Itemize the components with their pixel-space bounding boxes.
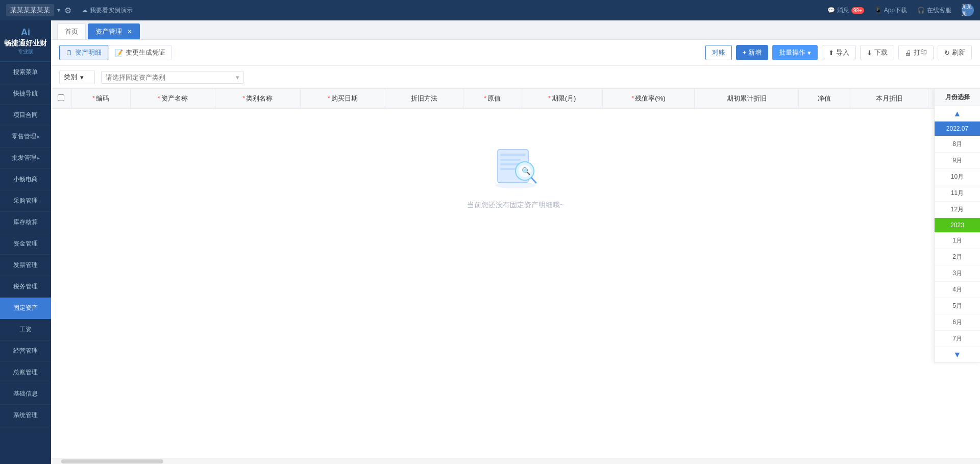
month-item-1[interactable]: 9月 (935, 153, 980, 169)
filter-row: 类别 ▾ ▾ (51, 66, 980, 89)
empty-state: 🔍 当前您还没有固定资产明细哦~ (51, 109, 980, 240)
add-button[interactable]: + 新增 (736, 45, 768, 60)
month-item-0[interactable]: 8月 (935, 136, 980, 153)
tab-asset-management[interactable]: 资产管理 ✕ (88, 23, 140, 39)
month-current[interactable]: 2022.07 (935, 121, 980, 136)
input-dropdown-icon[interactable]: ▾ (232, 71, 243, 83)
online-service-tool[interactable]: 🎧 在线客服 (917, 6, 951, 15)
sidebar-item-10[interactable]: 税务管理 (0, 276, 51, 298)
app-download-tool[interactable]: 📱 App下载 (874, 6, 907, 15)
sidebar-item-3[interactable]: 零售管理▸ (0, 126, 51, 148)
sidebar-item-14[interactable]: 总账管理 (0, 362, 51, 383)
sidebar-item-9[interactable]: 发票管理 (0, 255, 51, 276)
month-item-12[interactable]: 7月 (935, 331, 980, 347)
message-badge: 99+ (851, 7, 864, 14)
sidebar-item-label: 基础信息 (13, 389, 38, 398)
tab-home[interactable]: 首页 (57, 23, 86, 39)
main-table-area: *编码 *资产名称 *类别名称 *购买日期 折旧方法 *原值 *期限(月) *残… (51, 89, 980, 464)
download-icon: ⬇ (867, 49, 872, 57)
svg-rect-2 (500, 154, 526, 156)
month-item-9[interactable]: 4月 (935, 282, 980, 298)
category-input-group[interactable]: ▾ (101, 71, 244, 84)
bottom-scrollbar[interactable] (51, 458, 980, 464)
company-dropdown-icon[interactable]: ▾ (57, 7, 60, 14)
import-icon: ⬆ (828, 49, 834, 57)
month-item-4[interactable]: 12月 (935, 202, 980, 218)
refresh-button[interactable]: ↻ 刷新 (938, 45, 972, 60)
sub-tabs: 🗒 资产明细 📝 变更生成凭证 (59, 45, 172, 60)
sidebar-items-container: 搜索菜单快捷导航项目合同零售管理▸批发管理▸小畅电商采购管理库存核算资金管理发票… (0, 62, 51, 426)
empty-text: 当前您还没有固定资产明细哦~ (467, 201, 564, 210)
col-original-value: *原值 (463, 89, 522, 109)
import-button[interactable]: ⬆ 导入 (822, 45, 856, 60)
sidebar-item-13[interactable]: 经营管理 (0, 340, 51, 362)
category-filter[interactable]: 类别 ▾ (59, 70, 95, 84)
sidebar-item-label: 快捷导航 (13, 89, 38, 98)
scroll-thumb[interactable] (61, 459, 163, 463)
month-panel: 月份选择 ▲ 2022.07 8月9月10月11月12月20231月2月3月4月… (934, 89, 980, 363)
demo-link[interactable]: ☁ 我要看实例演示 (82, 6, 133, 15)
svg-line-9 (531, 178, 536, 183)
sidebar-arrow-icon: ▸ (37, 134, 40, 139)
sidebar-item-11[interactable]: 固定资产 (0, 298, 51, 319)
tab-close-icon[interactable]: ✕ (127, 28, 132, 35)
select-all-checkbox[interactable] (58, 94, 64, 101)
sidebar-item-15[interactable]: 基础信息 (0, 383, 51, 405)
month-item-8[interactable]: 3月 (935, 265, 980, 282)
month-item-11[interactable]: 6月 (935, 314, 980, 331)
sidebar-item-label: 库存核算 (13, 218, 38, 227)
sidebar-item-1[interactable]: 快捷导航 (0, 83, 51, 105)
message-icon: 💬 (827, 7, 835, 14)
empty-illustration: 🔍 (485, 139, 546, 190)
sidebar-item-7[interactable]: 库存核算 (0, 212, 51, 233)
sidebar-item-2[interactable]: 项目合同 (0, 105, 51, 126)
sidebar-item-label: 经营管理 (13, 347, 38, 355)
main-layout: Ai 畅捷通好业财 专业版 搜索菜单快捷导航项目合同零售管理▸批发管理▸小畅电商… (0, 20, 980, 464)
col-period: *期限(月) (522, 89, 602, 109)
batch-button[interactable]: 批量操作 ▾ (772, 45, 818, 60)
content-area: 首页 资产管理 ✕ 🗒 资产明细 📝 变更生成凭证 (51, 20, 980, 464)
month-item-3[interactable]: 11月 (935, 185, 980, 202)
month-up-arrow[interactable]: ▲ (935, 106, 980, 121)
col-purchase-date: *购买日期 (300, 89, 385, 109)
user-avatar[interactable]: 某某某 (962, 4, 974, 16)
sidebar-item-label: 批发管理 (12, 154, 36, 162)
month-item-2[interactable]: 10月 (935, 169, 980, 185)
col-checkbox (51, 89, 71, 109)
sidebar-item-16[interactable]: 系统管理 (0, 405, 51, 426)
svg-rect-3 (500, 159, 521, 161)
sub-tab-change-voucher[interactable]: 📝 变更生成凭证 (108, 45, 172, 60)
month-item-10[interactable]: 5月 (935, 298, 980, 314)
page-content: 🗒 资产明细 📝 变更生成凭证 对账 + 新增 批量操作 ▾ (51, 40, 980, 464)
sidebar-item-4[interactable]: 批发管理▸ (0, 148, 51, 169)
sidebar-item-8[interactable]: 资金管理 (0, 233, 51, 255)
print-button[interactable]: 🖨 打印 (898, 45, 934, 60)
sidebar-item-6[interactable]: 采购管理 (0, 190, 51, 212)
sidebar-item-0[interactable]: 搜索菜单 (0, 62, 51, 83)
download-button[interactable]: ⬇ 下载 (860, 45, 894, 60)
sidebar-item-5[interactable]: 小畅电商 (0, 169, 51, 190)
month-item-6[interactable]: 1月 (935, 233, 980, 249)
company-name[interactable]: 某某某某某某 (6, 4, 54, 16)
sidebar-item-label: 发票管理 (13, 261, 38, 270)
table-container[interactable]: *编码 *资产名称 *类别名称 *购买日期 折旧方法 *原值 *期限(月) *残… (51, 89, 980, 458)
asset-table: *编码 *资产名称 *类别名称 *购买日期 折旧方法 *原值 *期限(月) *残… (51, 89, 980, 240)
message-tool[interactable]: 💬 消息 99+ (827, 6, 864, 15)
col-accumulated-depreciation: 期初累计折旧 (695, 89, 799, 109)
sidebar-item-12[interactable]: 工资 (0, 319, 51, 340)
print-icon: 🖨 (905, 49, 912, 57)
reconcile-button[interactable]: 对账 (705, 45, 732, 60)
sidebar-logo: Ai 畅捷通好业财 专业版 (0, 20, 51, 62)
month-item-7[interactable]: 2月 (935, 249, 980, 265)
col-category: *类别名称 (215, 89, 301, 109)
month-down-arrow[interactable]: ▼ (935, 347, 980, 362)
sidebar-arrow-icon: ▸ (37, 155, 40, 161)
asset-detail-icon: 🗒 (66, 49, 72, 57)
month-item-5[interactable]: 2023 (935, 218, 980, 233)
sub-tab-asset-detail[interactable]: 🗒 资产明细 (59, 45, 108, 60)
category-search-input[interactable] (102, 71, 232, 83)
company-selector[interactable]: 某某某某某某 ▾ (6, 4, 60, 16)
sidebar-item-label: 固定资产 (13, 304, 38, 312)
settings-icon[interactable]: ⚙ (64, 6, 71, 15)
batch-dropdown-icon: ▾ (807, 49, 811, 57)
